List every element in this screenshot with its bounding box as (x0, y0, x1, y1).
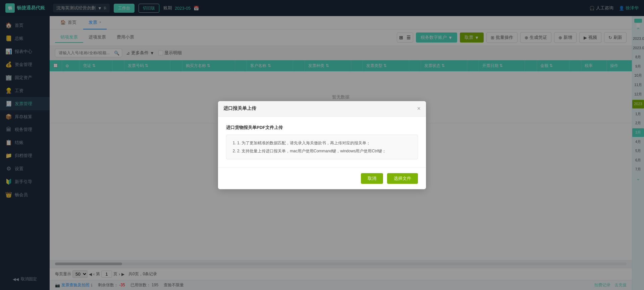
modal-header: 进口报关单上传 × (218, 101, 426, 117)
modal-footer: 取消 选择文件 (218, 167, 426, 189)
modal-body: 进口货物报关单PDF文件上传 1. 为了更加精准的数据匹配，请先录入海关缴款书，… (218, 117, 426, 167)
modal-tip-2: 2. 支持批量上传进口报关单，mac用户使用Command键，windows用户… (237, 147, 412, 155)
modal-overlay[interactable]: 进口报关单上传 × 进口货物报关单PDF文件上传 1. 为了更加精准的数据匹配，… (0, 0, 644, 290)
modal-title: 进口报关单上传 (223, 105, 256, 112)
modal-info-box: 1. 为了更加精准的数据匹配，请先录入海关缴款书，再上传对应的报关单； 2. 支… (226, 135, 418, 159)
modal-cancel-button[interactable]: 取消 (361, 173, 383, 184)
modal-close-button[interactable]: × (417, 105, 421, 112)
modal-select-file-button[interactable]: 选择文件 (387, 173, 418, 184)
modal-tip-1: 1. 为了更加精准的数据匹配，请先录入海关缴款书，再上传对应的报关单； (237, 139, 412, 147)
modal-section-title: 进口货物报关单PDF文件上传 (226, 125, 418, 131)
import-customs-modal: 进口报关单上传 × 进口货物报关单PDF文件上传 1. 为了更加精准的数据匹配，… (218, 101, 426, 189)
